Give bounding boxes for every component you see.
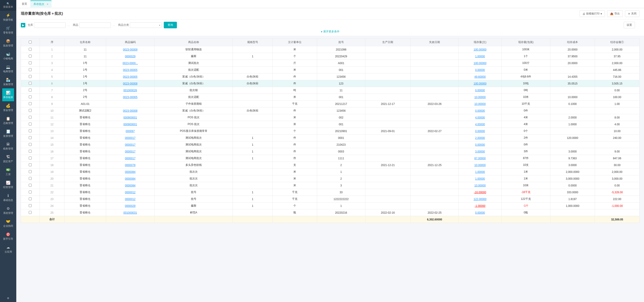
goods-input[interactable] xyxy=(79,23,111,28)
col-checkbox[interactable] xyxy=(21,39,40,46)
cell-22-2[interactable]: 0000012 xyxy=(106,196,154,203)
cell-21-9[interactable]: -16.00000 xyxy=(459,189,502,196)
row-checkbox-2[interactable] xyxy=(21,60,40,67)
search-button[interactable]: 查询 xyxy=(164,22,177,28)
cell-17-9[interactable]: 10.00000 xyxy=(459,162,502,169)
cell-18-2[interactable]: 0000084 xyxy=(106,169,154,175)
row-check-3[interactable] xyxy=(29,68,32,71)
row-checkbox-14[interactable] xyxy=(21,141,40,148)
row-check-13[interactable] xyxy=(29,136,32,139)
cell-6-9[interactable]: 0.00000 xyxy=(459,87,502,94)
row-check-16[interactable] xyxy=(29,157,32,160)
cell-12-2[interactable]: 000097 xyxy=(106,128,154,134)
category-select[interactable] xyxy=(130,23,162,28)
row-checkbox-3[interactable] xyxy=(21,67,40,73)
sidebar-item-13[interactable]: 📈经营管理 xyxy=(2,178,14,191)
sidebar-item-3[interactable]: 🐋小鲸电商 xyxy=(2,50,14,63)
row-checkbox-8[interactable] xyxy=(21,101,40,107)
row-checkbox-4[interactable] xyxy=(21,73,40,80)
cell-20-2[interactable]: 0000084 xyxy=(106,182,154,189)
row-check-19[interactable] xyxy=(29,177,32,180)
cell-16-9[interactable]: 87.00000 xyxy=(459,155,502,162)
cell-7-2[interactable]: 0023-00005 xyxy=(106,94,154,101)
cell-0-2[interactable]: 0023-00009 xyxy=(106,46,154,53)
cell-15-2[interactable]: 0000017 xyxy=(106,148,154,155)
row-check-14[interactable] xyxy=(29,143,32,146)
sidebar-item-17[interactable]: 🎯新手引导 xyxy=(2,230,14,243)
cell-21-2[interactable]: 0000012 xyxy=(106,189,154,196)
tab-1[interactable]: 库存批次✕ xyxy=(30,1,52,8)
row-check-7[interactable] xyxy=(29,95,32,98)
cell-11-2[interactable]: 000900001 xyxy=(106,121,154,128)
cell-5-9[interactable]: 100.00000 xyxy=(459,80,502,87)
row-check-17[interactable] xyxy=(29,163,32,166)
cell-24-9[interactable]: 0.00000 xyxy=(459,209,502,216)
sidebar-item-16[interactable]: 🤝企业协同 xyxy=(2,217,14,230)
cell-7-9[interactable]: 10.00000 xyxy=(459,94,502,101)
sidebar-item-9[interactable]: 🧾发票管理 xyxy=(2,127,14,140)
close-button[interactable]: ✕ 关闭 xyxy=(625,11,640,17)
sidebar-item-15[interactable]: ⚙系统管理 xyxy=(2,204,14,217)
sidebar-item-4[interactable]: 💻电商管理 xyxy=(2,63,14,75)
cell-17-2[interactable]: 0000078 xyxy=(106,162,154,169)
cell-13-2[interactable]: 0000017 xyxy=(106,134,154,141)
cell-8-2[interactable] xyxy=(106,101,154,107)
row-check-0[interactable] xyxy=(29,48,32,51)
cell-1-9[interactable]: 1.00000 xyxy=(459,53,502,60)
row-checkbox-7[interactable] xyxy=(21,94,40,101)
set-button[interactable]: 设置 xyxy=(624,22,635,28)
row-checkbox-18[interactable] xyxy=(21,169,40,175)
row-checkbox-22[interactable] xyxy=(21,196,40,203)
cell-11-9[interactable]: 4.00000 xyxy=(459,121,502,128)
row-check-5[interactable] xyxy=(29,82,32,85)
sidebar-item-8[interactable]: 📋总账管理 xyxy=(2,114,14,127)
cell-18-9[interactable]: 1.00000 xyxy=(459,169,502,175)
cell-5-2[interactable]: 0023-00008 xyxy=(106,80,154,87)
cell-6-2[interactable]: 001000026 xyxy=(106,87,154,94)
sidebar-item-11[interactable]: 🏗固定资产 xyxy=(2,153,14,165)
sidebar-item-14[interactable]: ℹ基础信息 xyxy=(2,191,14,204)
cell-23-2[interactable]: 0000029 xyxy=(106,203,154,209)
row-check-12[interactable] xyxy=(29,129,32,132)
row-check-15[interactable] xyxy=(29,150,32,153)
cell-22-9[interactable]: 122.00000 xyxy=(459,196,502,203)
row-checkbox-12[interactable] xyxy=(21,128,40,134)
tab-0[interactable]: 首页 xyxy=(18,1,30,7)
row-check-4[interactable] xyxy=(29,75,32,78)
sidebar-item-2[interactable]: 📦批发管理 xyxy=(2,37,14,50)
cell-8-9[interactable]: 10.00000 xyxy=(459,101,502,107)
cell-4-9[interactable]: 49.60000 xyxy=(459,73,502,80)
cell-9-9[interactable]: 0.00000 xyxy=(459,107,502,114)
sidebar-item-6[interactable]: 📊库存核算 xyxy=(2,88,14,101)
row-checkbox-6[interactable] xyxy=(21,87,40,94)
expand-conditions-button[interactable]: ▾ 展开更多条件 xyxy=(21,30,640,34)
row-checkbox-13[interactable] xyxy=(21,134,40,141)
row-check-10[interactable] xyxy=(29,116,32,119)
cell-23-9[interactable]: -1.00000 xyxy=(459,203,502,209)
row-check-6[interactable] xyxy=(29,89,32,92)
export-button[interactable]: 📤 导出 xyxy=(607,11,623,17)
sidebar-item-10[interactable]: 🏛税务管理 xyxy=(2,140,14,153)
row-checkbox-19[interactable] xyxy=(21,175,40,182)
row-check-23[interactable] xyxy=(29,204,32,207)
row-checkbox-15[interactable] xyxy=(21,148,40,155)
row-checkbox-5[interactable] xyxy=(21,80,40,87)
warehouse-input[interactable] xyxy=(34,23,66,28)
row-checkbox-11[interactable] xyxy=(21,121,40,128)
cell-2-2[interactable]: 0023-0000... xyxy=(106,60,154,67)
cell-15-9[interactable]: 3.00000 xyxy=(459,148,502,155)
cell-2-9[interactable]: 100.00000 xyxy=(459,60,502,67)
row-check-18[interactable] xyxy=(29,170,32,173)
cell-0-9[interactable]: 100.00000 xyxy=(459,46,502,53)
cell-16-2[interactable]: 0000017 xyxy=(106,155,154,162)
row-checkbox-24[interactable] xyxy=(21,209,40,216)
cell-14-2[interactable]: 0000017 xyxy=(106,141,154,148)
cell-10-9[interactable]: 4.00000 xyxy=(459,114,502,121)
row-checkbox-23[interactable] xyxy=(21,203,40,209)
sidebar-search[interactable]: 🔍 搜索菜单 xyxy=(0,0,16,11)
print-button[interactable]: 🖨 按模板打印 ▾ xyxy=(580,11,605,17)
cell-10-2[interactable]: 000900001 xyxy=(106,114,154,121)
sidebar-item-1[interactable]: 🛒零售管理 xyxy=(2,24,14,37)
cell-3-9[interactable]: 0.00000 xyxy=(459,67,502,73)
select-all-checkbox[interactable] xyxy=(29,41,32,44)
